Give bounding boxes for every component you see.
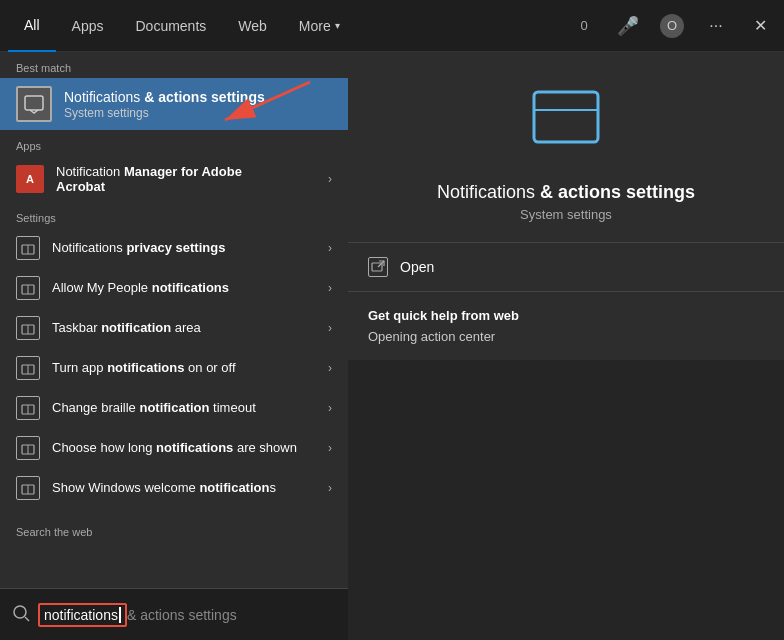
search-box-outline: notifications <box>38 603 127 627</box>
cortana-icon: 🎤 <box>617 15 639 37</box>
best-match-item[interactable]: Notifications & actions settings System … <box>0 78 348 130</box>
taskbar-normal: Taskbar <box>52 320 101 335</box>
people-normal: Allow My People <box>52 280 152 295</box>
top-nav: All Apps Documents Web More ▾ 0 🎤 O ··· … <box>0 0 784 52</box>
badge-button[interactable]: 0 <box>568 10 600 42</box>
right-title-normal: Notifications <box>437 182 535 202</box>
search-cursor <box>119 607 121 623</box>
close-button[interactable]: ✕ <box>744 10 776 42</box>
braille-chevron: › <box>328 401 332 415</box>
svg-rect-0 <box>25 96 43 110</box>
tab-apps[interactable]: Apps <box>56 0 120 52</box>
quick-help-title: Get quick help from web <box>368 308 764 323</box>
turnapp-bold: notifications <box>107 360 184 375</box>
more-dropdown-icon: ▾ <box>335 20 340 31</box>
open-label: Open <box>400 259 434 275</box>
welcome-end: s <box>269 480 276 495</box>
apps-item-text: Notification Manager for AdobeAcrobat <box>56 164 328 194</box>
privacy-bold: privacy settings <box>126 240 225 255</box>
search-input-display[interactable]: notifications & actions settings <box>38 603 336 627</box>
main-area: Best match Notifications & actions setti… <box>0 52 784 640</box>
apps-item-normal: Notification <box>56 164 124 179</box>
settings-icon-taskbar <box>16 316 40 340</box>
close-icon: ✕ <box>754 16 767 35</box>
nav-icons: 0 🎤 O ··· ✕ <box>568 10 776 42</box>
quick-help-text: Opening action center <box>368 329 764 344</box>
howlong-bold: notifications <box>156 440 233 455</box>
howlong-end: are shown <box>233 440 297 455</box>
ellipsis-icon: ··· <box>709 17 722 35</box>
tab-all-label: All <box>24 17 40 33</box>
braille-end: timeout <box>210 400 256 415</box>
welcome-bold: notification <box>199 480 269 495</box>
apps-section-label: Apps <box>0 130 348 156</box>
howlong-normal: Choose how long <box>52 440 156 455</box>
braille-bold: notification <box>139 400 209 415</box>
settings-item-turnapp[interactable]: Turn app notifications on or off › <box>0 348 348 388</box>
right-title: Notifications & actions settings <box>437 182 695 203</box>
settings-item-braille[interactable]: Change braille notification timeout › <box>0 388 348 428</box>
turnapp-end: on or off <box>184 360 235 375</box>
right-subtitle: System settings <box>520 207 612 222</box>
tab-web[interactable]: Web <box>222 0 283 52</box>
taskbar-bold: notification <box>101 320 171 335</box>
settings-item-privacy[interactable]: Notifications privacy settings › <box>0 228 348 268</box>
settings-item-people[interactable]: Allow My People notifications › <box>0 268 348 308</box>
settings-icon-privacy <box>16 236 40 260</box>
settings-icon-braille <box>16 396 40 420</box>
left-panel: Best match Notifications & actions setti… <box>0 52 348 640</box>
people-chevron: › <box>328 281 332 295</box>
open-item[interactable]: Open <box>348 243 784 291</box>
braille-normal: Change braille <box>52 400 139 415</box>
best-match-label: Best match <box>0 52 348 78</box>
svg-point-15 <box>14 606 26 618</box>
settings-item-text-privacy: Notifications privacy settings <box>52 240 328 257</box>
settings-item-welcome[interactable]: Show Windows welcome notifications › <box>0 468 348 508</box>
tab-web-label: Web <box>238 18 267 34</box>
open-icon <box>368 257 388 277</box>
user-icon-button[interactable]: O <box>656 10 688 42</box>
welcome-chevron: › <box>328 481 332 495</box>
settings-item-text-turnapp: Turn app notifications on or off <box>52 360 328 377</box>
taskbar-chevron: › <box>328 321 332 335</box>
badge-count: 0 <box>580 18 587 33</box>
ellipsis-button[interactable]: ··· <box>700 10 732 42</box>
right-title-bold: & actions settings <box>540 182 695 202</box>
settings-item-text-people: Allow My People notifications <box>52 280 328 297</box>
search-web-label: Search the web <box>0 516 348 542</box>
tab-documents[interactable]: Documents <box>119 0 222 52</box>
adobe-icon: A <box>16 165 44 193</box>
settings-icon-people <box>16 276 40 300</box>
notification-bell-icon <box>526 82 606 166</box>
best-match-title-bold: & actions settings <box>144 89 265 105</box>
tab-all[interactable]: All <box>8 0 56 52</box>
svg-line-20 <box>378 261 384 267</box>
settings-icon-welcome <box>16 476 40 500</box>
cortana-icon-button[interactable]: 🎤 <box>612 10 644 42</box>
search-text-suffix: & actions settings <box>127 607 237 623</box>
best-match-subtitle: System settings <box>64 106 332 120</box>
apps-item-chevron: › <box>328 172 332 186</box>
best-match-text: Notifications & actions settings System … <box>64 88 332 120</box>
notification-settings-icon <box>16 86 52 122</box>
apps-item-adobe[interactable]: A Notification Manager for AdobeAcrobat … <box>0 156 348 202</box>
search-icon <box>12 604 30 626</box>
tab-documents-label: Documents <box>135 18 206 34</box>
settings-item-text-taskbar: Taskbar notification area <box>52 320 328 337</box>
turnapp-chevron: › <box>328 361 332 375</box>
right-header: Notifications & actions settings System … <box>348 52 784 242</box>
settings-item-howlong[interactable]: Choose how long notifications are shown … <box>0 428 348 468</box>
svg-line-16 <box>25 617 29 621</box>
settings-item-text-welcome: Show Windows welcome notifications <box>52 480 328 497</box>
privacy-chevron: › <box>328 241 332 255</box>
taskbar-end: area <box>171 320 201 335</box>
right-panel: Notifications & actions settings System … <box>348 52 784 640</box>
results-list: Best match Notifications & actions setti… <box>0 52 348 588</box>
svg-rect-17 <box>534 92 598 142</box>
settings-item-taskbar[interactable]: Taskbar notification area › <box>0 308 348 348</box>
user-icon: O <box>660 14 684 38</box>
tab-more[interactable]: More ▾ <box>283 0 356 52</box>
privacy-normal: Notifications <box>52 240 126 255</box>
best-match-title: Notifications & actions settings <box>64 88 332 106</box>
turnapp-normal: Turn app <box>52 360 107 375</box>
